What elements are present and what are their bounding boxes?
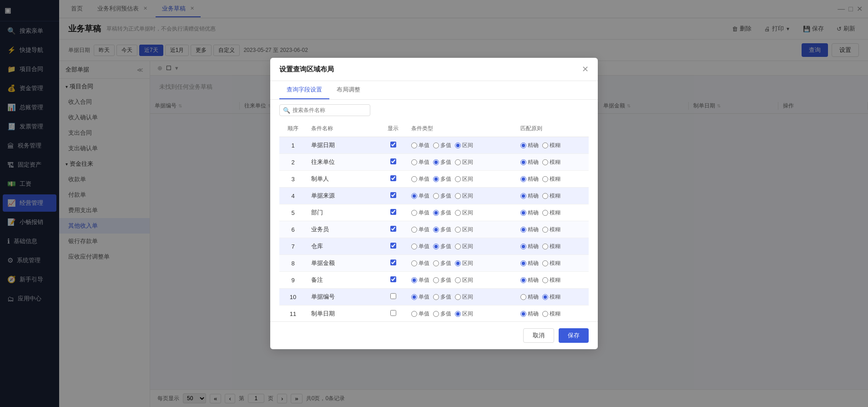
range-option-1[interactable]: 区间 bbox=[455, 142, 473, 149]
row-show-2[interactable] bbox=[379, 154, 407, 171]
modal-tabs: 查询字段设置 布局调整 bbox=[270, 81, 598, 100]
row-show-9[interactable] bbox=[379, 272, 407, 289]
show-checkbox-8[interactable] bbox=[390, 259, 396, 265]
single-value-option-9[interactable]: 单值 bbox=[411, 276, 429, 284]
row-show-7[interactable] bbox=[379, 238, 407, 255]
row-order-8: 8 bbox=[279, 255, 307, 272]
show-checkbox-7[interactable] bbox=[390, 243, 396, 249]
show-checkbox-5[interactable] bbox=[390, 209, 396, 215]
multi-value-option-1[interactable]: 多值 bbox=[433, 142, 451, 149]
range-option-8[interactable]: 区间 bbox=[455, 259, 473, 267]
fuzzy-option-5[interactable]: 模糊 bbox=[542, 209, 560, 217]
exact-option-1[interactable]: 精确 bbox=[520, 142, 539, 149]
row-show-4[interactable] bbox=[379, 188, 407, 204]
multi-value-option-11[interactable]: 多值 bbox=[433, 310, 451, 318]
fuzzy-option-3[interactable]: 模糊 bbox=[542, 175, 560, 183]
exact-option-10[interactable]: 精确 bbox=[520, 293, 539, 301]
row-show-8[interactable] bbox=[379, 255, 407, 272]
tab-field-settings[interactable]: 查询字段设置 bbox=[279, 81, 329, 99]
single-value-option-11[interactable]: 单值 bbox=[411, 310, 429, 318]
condition-search-input[interactable] bbox=[279, 104, 370, 116]
exact-option-8[interactable]: 精确 bbox=[520, 259, 539, 267]
row-show-3[interactable] bbox=[379, 171, 407, 188]
show-checkbox-10[interactable] bbox=[390, 293, 396, 299]
range-option-11[interactable]: 区间 bbox=[455, 310, 473, 318]
range-option-7[interactable]: 区间 bbox=[455, 243, 473, 250]
single-value-option-6[interactable]: 单值 bbox=[411, 226, 429, 234]
row-name-5: 部门 bbox=[307, 204, 379, 221]
show-checkbox-9[interactable] bbox=[390, 276, 396, 282]
exact-option-6[interactable]: 精确 bbox=[520, 226, 539, 234]
single-value-option-2[interactable]: 单值 bbox=[411, 158, 429, 166]
multi-value-option-8[interactable]: 多值 bbox=[433, 259, 451, 267]
show-checkbox-6[interactable] bbox=[390, 226, 396, 232]
row-order-2: 2 bbox=[279, 154, 307, 171]
table-row: 4 单据来源 单值 多值 区间 精确 模糊 bbox=[279, 188, 589, 204]
row-order-4: 4 bbox=[279, 188, 307, 204]
row-name-10: 单据编号 bbox=[307, 289, 379, 305]
cancel-button[interactable]: 取消 bbox=[523, 328, 554, 343]
row-show-1[interactable] bbox=[379, 137, 407, 154]
range-option-9[interactable]: 区间 bbox=[455, 276, 473, 284]
row-show-6[interactable] bbox=[379, 221, 407, 238]
fuzzy-option-10[interactable]: 模糊 bbox=[542, 293, 560, 301]
fuzzy-option-6[interactable]: 模糊 bbox=[542, 226, 560, 234]
fuzzy-option-1[interactable]: 模糊 bbox=[542, 142, 560, 149]
multi-value-option-4[interactable]: 多值 bbox=[433, 192, 451, 200]
table-row: 3 制单人 单值 多值 区间 精确 模糊 bbox=[279, 171, 589, 188]
modal-close-icon[interactable]: ✕ bbox=[582, 64, 589, 74]
range-option-3[interactable]: 区间 bbox=[455, 175, 473, 183]
single-value-option-5[interactable]: 单值 bbox=[411, 209, 429, 217]
fuzzy-option-7[interactable]: 模糊 bbox=[542, 243, 560, 250]
single-value-option-7[interactable]: 单值 bbox=[411, 243, 429, 250]
row-show-5[interactable] bbox=[379, 204, 407, 221]
range-option-10[interactable]: 区间 bbox=[455, 293, 473, 301]
exact-option-7[interactable]: 精确 bbox=[520, 243, 539, 250]
row-condition-type-10: 单值 多值 区间 bbox=[407, 289, 516, 305]
multi-value-option-10[interactable]: 多值 bbox=[433, 293, 451, 301]
exact-option-3[interactable]: 精确 bbox=[520, 175, 539, 183]
range-option-2[interactable]: 区间 bbox=[455, 158, 473, 166]
range-option-4[interactable]: 区间 bbox=[455, 192, 473, 200]
exact-option-9[interactable]: 精确 bbox=[520, 276, 539, 284]
show-checkbox-1[interactable] bbox=[390, 142, 396, 148]
row-order-3: 3 bbox=[279, 171, 307, 188]
show-checkbox-11[interactable] bbox=[390, 310, 396, 316]
fuzzy-option-11[interactable]: 模糊 bbox=[542, 310, 560, 318]
range-option-5[interactable]: 区间 bbox=[455, 209, 473, 217]
show-checkbox-4[interactable] bbox=[390, 192, 396, 198]
single-value-option-3[interactable]: 单值 bbox=[411, 175, 429, 183]
modal-search-area: 🔍 bbox=[270, 100, 598, 121]
row-order-10: 10 bbox=[279, 289, 307, 305]
modal-overlay: 设置查询区域布局 ✕ 查询字段设置 布局调整 🔍 顺序 条件名称 显示 bbox=[0, 0, 868, 407]
fuzzy-option-4[interactable]: 模糊 bbox=[542, 192, 560, 200]
row-show-10[interactable] bbox=[379, 289, 407, 305]
single-value-option-4[interactable]: 单值 bbox=[411, 192, 429, 200]
multi-value-option-2[interactable]: 多值 bbox=[433, 158, 451, 166]
exact-option-2[interactable]: 精确 bbox=[520, 158, 539, 166]
single-value-option-10[interactable]: 单值 bbox=[411, 293, 429, 301]
multi-value-option-5[interactable]: 多值 bbox=[433, 209, 451, 217]
modal-save-button[interactable]: 保存 bbox=[559, 328, 589, 343]
fuzzy-option-8[interactable]: 模糊 bbox=[542, 259, 560, 267]
show-checkbox-2[interactable] bbox=[390, 158, 396, 164]
multi-value-option-7[interactable]: 多值 bbox=[433, 243, 451, 250]
range-option-6[interactable]: 区间 bbox=[455, 226, 473, 234]
multi-value-option-6[interactable]: 多值 bbox=[433, 226, 451, 234]
single-value-option-1[interactable]: 单值 bbox=[411, 142, 429, 149]
th-name: 条件名称 bbox=[307, 121, 379, 137]
row-name-4: 单据来源 bbox=[307, 188, 379, 204]
exact-option-5[interactable]: 精确 bbox=[520, 209, 539, 217]
fuzzy-option-2[interactable]: 模糊 bbox=[542, 158, 560, 166]
row-show-11[interactable] bbox=[379, 305, 407, 322]
show-checkbox-3[interactable] bbox=[390, 175, 396, 181]
table-row: 11 制单日期 单值 多值 区间 精确 模糊 bbox=[279, 305, 589, 322]
exact-option-11[interactable]: 精确 bbox=[520, 310, 539, 318]
row-match-11: 精确 模糊 bbox=[516, 305, 589, 322]
single-value-option-8[interactable]: 单值 bbox=[411, 259, 429, 267]
multi-value-option-3[interactable]: 多值 bbox=[433, 175, 451, 183]
exact-option-4[interactable]: 精确 bbox=[520, 192, 539, 200]
multi-value-option-9[interactable]: 多值 bbox=[433, 276, 451, 284]
fuzzy-option-9[interactable]: 模糊 bbox=[542, 276, 560, 284]
tab-layout-adjust[interactable]: 布局调整 bbox=[329, 81, 368, 99]
